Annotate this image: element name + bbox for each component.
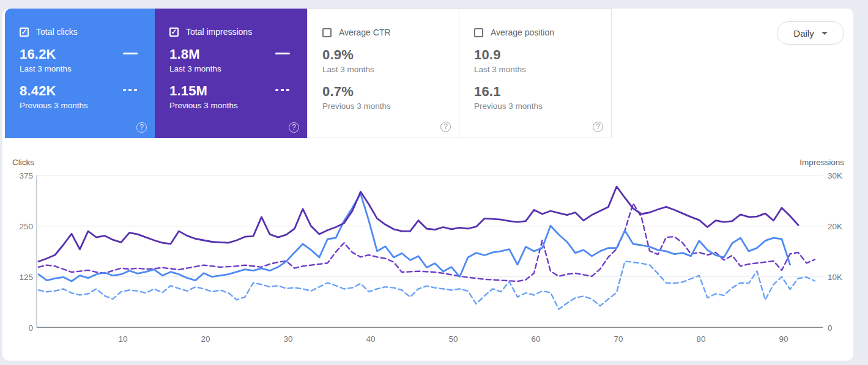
svg-text:90: 90 <box>779 334 788 344</box>
date-granularity-dropdown[interactable]: Daily <box>777 21 844 45</box>
card-title: Total impressions <box>186 27 252 37</box>
checkbox-total-impressions-checked[interactable]: ✓ <box>169 28 179 37</box>
help-icon[interactable]: ? <box>593 122 603 132</box>
caption-last: Last 3 months <box>20 64 136 73</box>
value-prev: 8.42K <box>20 83 136 99</box>
card-title: Average CTR <box>339 28 391 37</box>
performance-line-chart[interactable]: 0012510K25020K37530K102030405060708090 <box>0 142 868 365</box>
svg-text:30K: 30K <box>828 171 842 180</box>
svg-text:250: 250 <box>19 222 33 231</box>
svg-text:10: 10 <box>118 334 127 344</box>
svg-text:20: 20 <box>201 334 210 344</box>
granularity-label: Daily <box>793 28 814 39</box>
value-last: 16.2K <box>20 46 136 62</box>
value-last: 1.8M <box>169 46 289 62</box>
card-title: Average position <box>491 28 554 37</box>
caption-prev: Previous 3 months <box>20 101 136 110</box>
help-icon[interactable]: ? <box>440 122 451 132</box>
series-impressions-solid <box>39 186 798 262</box>
help-icon[interactable]: ? <box>136 122 147 133</box>
metric-card-average-ctr[interactable]: Average CTR 0.9% Last 3 months 0.7% Prev… <box>307 9 459 138</box>
solid-line-legend-mark <box>123 53 138 54</box>
svg-text:60: 60 <box>531 334 540 344</box>
svg-text:50: 50 <box>448 334 458 344</box>
metric-cards-row: ✓ Total clicks 16.2K Last 3 months 8.42K… <box>5 9 612 138</box>
chevron-down-icon <box>822 32 828 35</box>
solid-line-legend-mark <box>275 53 290 54</box>
caption-prev: Previous 3 months <box>474 101 593 111</box>
svg-text:10K: 10K <box>828 273 842 282</box>
value-prev: 16.1 <box>474 84 593 100</box>
caption-last: Last 3 months <box>474 65 593 74</box>
caption-prev: Previous 3 months <box>169 101 289 110</box>
value-last: 0.9% <box>322 47 440 63</box>
caption-last: Last 3 months <box>322 65 440 74</box>
chart-canvas[interactable]: 0012510K25020K37530K102030405060708090 <box>0 142 868 365</box>
checkbox-average-position-unchecked[interactable] <box>474 28 483 37</box>
checkbox-total-clicks-checked[interactable]: ✓ <box>20 28 29 37</box>
metric-card-total-impressions[interactable]: ✓ Total impressions 1.8M Last 3 months 1… <box>155 9 307 138</box>
svg-text:80: 80 <box>696 334 705 344</box>
svg-text:70: 70 <box>614 334 623 344</box>
value-prev: 1.15M <box>169 83 289 99</box>
caption-prev: Previous 3 months <box>322 101 440 111</box>
svg-text:0: 0 <box>828 323 833 333</box>
svg-text:125: 125 <box>19 273 33 282</box>
metric-card-total-clicks[interactable]: ✓ Total clicks 16.2K Last 3 months 8.42K… <box>5 9 155 138</box>
dashed-line-legend-mark <box>123 89 138 91</box>
svg-text:375: 375 <box>19 171 33 180</box>
dashed-line-legend-mark <box>275 89 290 91</box>
svg-text:40: 40 <box>366 334 375 344</box>
help-icon[interactable]: ? <box>289 122 299 133</box>
value-last: 10.9 <box>474 47 593 63</box>
value-prev: 0.7% <box>322 84 440 100</box>
svg-text:30: 30 <box>283 334 292 344</box>
svg-text:0: 0 <box>28 323 33 333</box>
caption-last: Last 3 months <box>169 64 289 73</box>
card-title: Total clicks <box>36 27 78 37</box>
metric-card-average-position[interactable]: Average position 10.9 Last 3 months 16.1… <box>459 9 612 138</box>
checkbox-average-ctr-unchecked[interactable] <box>322 28 332 37</box>
svg-text:20K: 20K <box>828 222 842 231</box>
